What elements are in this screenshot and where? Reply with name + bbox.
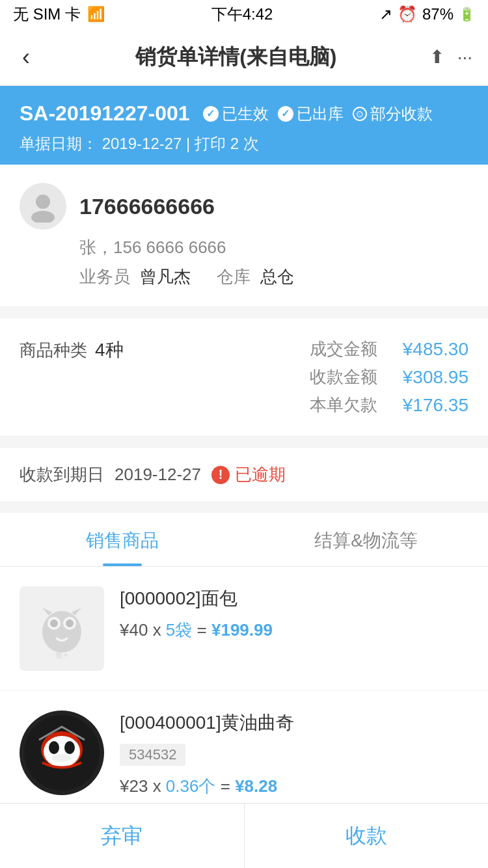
receipt-amount: ¥308.95 — [390, 367, 468, 388]
tab-settlement[interactable]: 结算&物流等 — [244, 513, 488, 566]
product-total-2: ¥8.28 — [235, 776, 277, 796]
due-label: 收款到期日 — [20, 463, 104, 486]
customer-section: 17666666666 张，156 6666 6666 业务员 曾凡杰 仓库 总… — [0, 165, 488, 307]
badge-effective: ✓ 已生效 — [203, 103, 269, 124]
overdue-icon: ! — [211, 466, 230, 484]
tabs-section: 销售商品 结算&物流等 鱼+ — [0, 513, 488, 818]
banner-date: 单据日期： 2019-12-27 | 打印 2 次 — [20, 133, 468, 154]
product-price-1: ¥40 x 5袋 = ¥199.99 — [120, 619, 468, 642]
summary-right: 成交金额 ¥485.30 收款金额 ¥308.95 本单欠款 ¥176.35 — [310, 338, 468, 416]
svg-point-12 — [64, 741, 75, 754]
debt-label: 本单欠款 — [310, 394, 377, 416]
product-details-1: [0000002]面包 ¥40 x 5袋 = ¥199.99 — [120, 586, 468, 642]
bottom-bar: 弃审 收款 — [0, 803, 488, 868]
clock-icon: ⊙ — [353, 107, 367, 121]
summary-left: 商品种类 4种 — [20, 338, 124, 362]
check-icon-2: ✓ — [278, 106, 293, 122]
svg-point-1 — [31, 211, 55, 223]
order-number: SA-20191227-001 — [20, 102, 190, 126]
back-button[interactable]: ‹ — [16, 37, 36, 77]
product-details-2: [000400001]黄油曲奇 534532 ¥23 x 0.36个 = ¥8.… — [120, 711, 468, 798]
carrier-text: 无 SIM 卡 — [13, 4, 81, 25]
product-name-1: [0000002]面包 — [120, 586, 468, 611]
svg-point-13 — [52, 754, 72, 762]
product-image-1: 鱼+ — [20, 586, 104, 671]
badge-shipped: ✓ 已出库 — [278, 103, 344, 124]
product-badge-2: 534532 — [120, 744, 185, 766]
customer-id: 17666666666 — [79, 194, 215, 219]
summary-row: 商品种类 4种 成交金额 ¥485.30 收款金额 ¥308.95 本单欠款 ¥… — [20, 338, 468, 416]
svg-point-0 — [36, 195, 50, 209]
customer-row: 17666666666 — [20, 183, 468, 230]
due-date: 2019-12-27 — [115, 465, 201, 485]
tabs-header: 销售商品 结算&物流等 — [0, 513, 488, 567]
list-item: [000400001]黄油曲奇 534532 ¥23 x 0.36个 = ¥8.… — [0, 691, 488, 818]
receipt-amount-row: 收款金额 ¥308.95 — [310, 366, 468, 388]
customer-meta: 业务员 曾凡杰 仓库 总仓 — [20, 265, 468, 288]
product-quantity-1: 5袋 — [166, 620, 192, 640]
alarm-icon: ⏰ — [398, 5, 417, 23]
more-icon[interactable]: ··· — [457, 47, 472, 68]
warehouse-label: 仓库 总仓 — [217, 265, 294, 288]
location-icon: ↗ — [379, 5, 392, 23]
type-count: 4种 — [95, 338, 124, 362]
svg-point-5 — [50, 619, 58, 627]
deal-label: 成交金额 — [310, 338, 377, 360]
product-image-2 — [20, 711, 104, 795]
svg-point-6 — [66, 619, 74, 627]
debt-amount-row: 本单欠款 ¥176.35 — [310, 394, 468, 416]
status-right: ↗ ⏰ 87% 🔋 — [379, 5, 475, 23]
svg-point-11 — [49, 741, 59, 754]
deal-amount-row: 成交金额 ¥485.30 — [310, 338, 468, 360]
page-title: 销货单详情(来自电脑) — [43, 43, 429, 72]
abandon-review-button[interactable]: 弃审 — [0, 804, 245, 868]
nav-actions: ⬆ ··· — [429, 46, 472, 68]
header-banner: SA-20191227-001 ✓ 已生效 ✓ 已出库 ⊙ 部分收款 单据日期：… — [0, 86, 488, 165]
receipt-label: 收款金额 — [310, 366, 377, 388]
deal-amount: ¥485.30 — [390, 339, 468, 360]
battery-text: 87% — [422, 5, 454, 23]
debt-amount: ¥176.35 — [390, 395, 468, 416]
time-display: 下午4:42 — [211, 4, 273, 25]
product-price-2: ¥23 x 0.36个 = ¥8.28 — [120, 775, 468, 798]
overdue-text: 已逾期 — [235, 463, 286, 486]
type-label: 商品种类 — [20, 339, 87, 362]
summary-section: 商品种类 4种 成交金额 ¥485.30 收款金额 ¥308.95 本单欠款 ¥… — [0, 318, 488, 437]
product-image-icon-2 — [23, 714, 101, 792]
avatar-icon — [27, 190, 59, 223]
share-icon[interactable]: ⬆ — [429, 46, 444, 68]
banner-top: SA-20191227-001 ✓ 已生效 ✓ 已出库 ⊙ 部分收款 — [20, 102, 468, 126]
collect-payment-button[interactable]: 收款 — [245, 804, 489, 868]
customer-name: 张，156 6666 6666 — [20, 236, 468, 259]
nav-bar: ‹ 销货单详情(来自电脑) ⬆ ··· — [0, 29, 488, 86]
product-placeholder-icon: 鱼+ — [29, 596, 94, 661]
wifi-icon: 📶 — [87, 6, 105, 23]
product-total-1: ¥199.99 — [211, 620, 273, 640]
due-section: 收款到期日 2019-12-27 ! 已逾期 — [0, 447, 488, 502]
product-name-2: [000400001]黄油曲奇 — [120, 711, 468, 735]
svg-point-2 — [42, 611, 81, 653]
svg-text:鱼+: 鱼+ — [55, 651, 68, 660]
tab-sales-products[interactable]: 销售商品 — [0, 513, 244, 566]
product-quantity-2: 0.36个 — [166, 776, 216, 796]
overdue-badge: ! 已逾期 — [211, 463, 286, 486]
product-list: 鱼+ [0000002]面包 ¥40 x 5袋 = ¥199.99 — [0, 567, 488, 818]
status-bar: 无 SIM 卡 📶 下午4:42 ↗ ⏰ 87% 🔋 — [0, 0, 488, 29]
avatar — [20, 183, 66, 230]
list-item: 鱼+ [0000002]面包 ¥40 x 5袋 = ¥199.99 — [0, 567, 488, 691]
svg-point-10 — [44, 736, 80, 767]
check-icon-1: ✓ — [203, 106, 219, 122]
badge-partial: ⊙ 部分收款 — [353, 103, 433, 124]
status-left: 无 SIM 卡 📶 — [13, 4, 105, 25]
banner-badges: ✓ 已生效 ✓ 已出库 ⊙ 部分收款 — [203, 103, 433, 124]
battery-icon: 🔋 — [459, 7, 475, 22]
sales-label: 业务员 曾凡杰 — [79, 265, 191, 288]
